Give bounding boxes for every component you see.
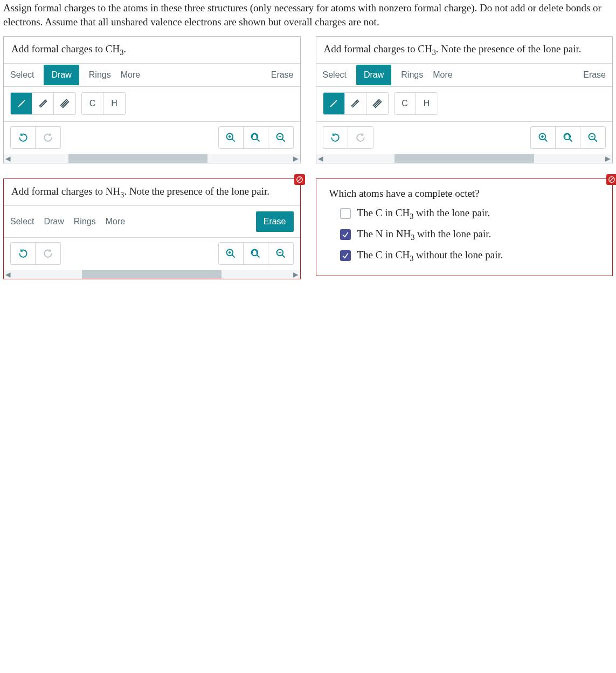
svg-line-42 [610, 177, 614, 181]
option-label: The N in NH3 with the lone pair. [357, 227, 492, 243]
svg-line-33 [232, 255, 235, 257]
draw-tool[interactable]: Draw [356, 65, 391, 85]
triple-bond-button[interactable] [54, 93, 75, 114]
triple-bond-button[interactable] [366, 93, 388, 114]
redo-button[interactable] [11, 127, 36, 148]
option-label: The C in CH3 without the lone pair. [357, 248, 503, 264]
scroll-right-icon[interactable]: ▸ [292, 154, 300, 163]
zoom-out-button[interactable] [268, 243, 293, 264]
select-tool[interactable]: Select [10, 216, 34, 228]
draw-tool[interactable]: Draw [44, 65, 79, 85]
redo-button[interactable] [323, 127, 348, 148]
erase-tool[interactable]: Erase [583, 69, 606, 81]
zoom-out-button[interactable] [580, 127, 605, 148]
title-suffix: . Note the presence of the lone pair. [124, 186, 269, 197]
drawing-panel-ch3-anion: Add formal charges to CH3. Note the pres… [316, 36, 613, 163]
panel-title: Add formal charges to CH3. [4, 37, 300, 63]
checkbox[interactable] [340, 250, 351, 261]
title-subscript: 3 [432, 48, 436, 57]
zoom-reset-button[interactable] [556, 127, 580, 148]
svg-line-39 [282, 255, 285, 257]
hydrogen-element-button[interactable]: H [103, 93, 125, 114]
rings-tool[interactable]: Rings [401, 69, 423, 81]
drawing-toolbar: Select Draw Rings More Erase [316, 63, 613, 87]
bond-group [10, 92, 76, 115]
double-bond-button[interactable] [32, 93, 54, 114]
title-suffix: . Note the presence of the lone pair. [436, 43, 582, 54]
redo-button[interactable] [11, 243, 36, 264]
octet-question: Which atoms have a complete octet? [329, 187, 600, 201]
zoom-in-button[interactable] [219, 243, 244, 264]
svg-line-15 [330, 100, 337, 107]
undo-button[interactable] [36, 243, 60, 264]
carbon-element-button[interactable]: C [394, 93, 416, 114]
checkbox[interactable] [340, 229, 351, 240]
carbon-element-button[interactable]: C [82, 93, 103, 114]
svg-line-11 [257, 139, 260, 141]
scroll-left-icon[interactable]: ◂ [316, 154, 325, 163]
panel-title: Add formal charges to NH3. Note the pres… [4, 179, 300, 205]
checkbox[interactable] [340, 208, 351, 219]
question-intro: Assign formal charges to the atoms in th… [3, 1, 613, 29]
zoom-in-button[interactable] [531, 127, 556, 148]
zoom-reset-button[interactable] [244, 127, 268, 148]
svg-line-26 [569, 139, 572, 141]
zoom-in-button[interactable] [219, 127, 244, 148]
more-tool[interactable]: More [121, 69, 140, 81]
title-text: Add formal charges to CH [11, 43, 120, 54]
option-c-ch3-lone-pair[interactable]: The C in CH3 with the lone pair. [340, 206, 600, 222]
hydrogen-element-button[interactable]: H [416, 93, 438, 114]
option-c-ch3-no-lone-pair[interactable]: The C in CH3 without the lone pair. [340, 248, 600, 264]
undo-button[interactable] [348, 127, 373, 148]
svg-line-0 [18, 100, 25, 107]
drawing-toolbar: Select Draw Rings More Erase [4, 63, 300, 87]
zoom-out-button[interactable] [268, 127, 293, 148]
rings-tool[interactable]: Rings [74, 216, 96, 228]
svg-line-28 [594, 139, 597, 141]
title-text: Add formal charges to NH [11, 186, 120, 197]
undo-button[interactable] [36, 127, 60, 148]
double-bond-button[interactable] [345, 93, 366, 114]
octet-question-panel: Which atoms have a complete octet? The C… [316, 178, 613, 276]
svg-line-7 [232, 139, 235, 141]
drawing-panel-nh3: Add formal charges to NH3. Note the pres… [3, 178, 301, 279]
horizontal-scrollbar[interactable]: ◂ ▸ [4, 154, 300, 163]
option-n-nh3-lone-pair[interactable]: The N in NH3 with the lone pair. [340, 227, 600, 243]
horizontal-scrollbar[interactable]: ◂ ▸ [4, 270, 300, 279]
title-text: Add formal charges to CH [324, 43, 432, 54]
drawing-toolbar: Select Draw Rings More Erase [4, 205, 300, 238]
erase-tool[interactable]: Erase [271, 69, 294, 81]
bond-element-toolbar: C H [316, 87, 613, 122]
error-badge-icon [606, 174, 616, 185]
scroll-right-icon[interactable]: ▸ [292, 270, 300, 279]
rings-tool[interactable]: Rings [89, 69, 111, 81]
select-tool[interactable]: Select [10, 69, 34, 81]
scroll-left-icon[interactable]: ◂ [4, 270, 12, 279]
svg-line-13 [282, 139, 285, 141]
element-group: C H [81, 92, 126, 115]
footer-tools [4, 122, 300, 154]
option-label: The C in CH3 with the lone pair. [357, 206, 490, 222]
scroll-left-icon[interactable]: ◂ [4, 154, 12, 163]
select-tool[interactable]: Select [323, 69, 347, 81]
bond-element-toolbar: C H [4, 87, 300, 122]
svg-line-22 [544, 139, 547, 141]
zoom-reset-button[interactable] [244, 243, 268, 264]
more-tool[interactable]: More [106, 216, 125, 228]
drawing-panel-ch3-cation: Add formal charges to CH3. Select Draw R… [3, 36, 301, 163]
erase-tool[interactable]: Erase [256, 211, 294, 232]
title-suffix: . [123, 43, 126, 54]
more-tool[interactable]: More [433, 69, 452, 81]
single-bond-button[interactable] [323, 93, 345, 114]
svg-line-37 [257, 255, 260, 257]
panel-title: Add formal charges to CH3. Note the pres… [316, 37, 613, 63]
draw-tool[interactable]: Draw [44, 216, 64, 228]
single-bond-button[interactable] [11, 93, 32, 114]
scroll-right-icon[interactable]: ▸ [604, 154, 612, 163]
horizontal-scrollbar[interactable]: ◂ ▸ [316, 154, 613, 163]
